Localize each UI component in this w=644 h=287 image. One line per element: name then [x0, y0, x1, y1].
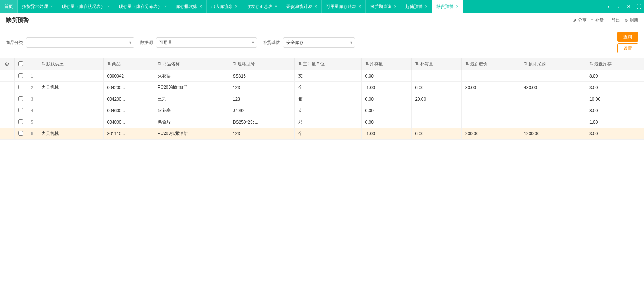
- tab-next-button[interactable]: ›: [614, 0, 624, 13]
- tab-label-10: 超储预警: [405, 4, 423, 10]
- table-row: 4004600...火花塞J7092支0.008.00: [0, 105, 644, 116]
- datasource-label: 数据源: [140, 40, 153, 46]
- cell-stock: 0.00: [361, 105, 412, 116]
- share-icon: ⇗: [573, 18, 576, 23]
- replenish-button[interactable]: □ 补货: [591, 17, 604, 23]
- row-checkbox[interactable]: [18, 119, 23, 124]
- row-checkbox[interactable]: [18, 131, 23, 136]
- cell-unit: 只: [294, 116, 361, 128]
- column-latest-price[interactable]: ⇅ 最新进价: [461, 58, 520, 70]
- tab-close-3[interactable]: ×: [164, 4, 167, 9]
- cell-unit: 支: [294, 70, 361, 82]
- tab-label-4: 库存批次账: [176, 4, 197, 10]
- tab-prev-button[interactable]: ‹: [604, 0, 614, 13]
- settings-button[interactable]: 设置: [617, 43, 638, 53]
- tab-item-8[interactable]: 可用量库存账本×: [322, 0, 366, 13]
- tab-item-11[interactable]: 缺货预警×: [432, 0, 463, 13]
- column-supplier[interactable]: ⇅ 默认供应...: [38, 58, 103, 70]
- tab-item-7[interactable]: 要货单统计表×: [282, 0, 322, 13]
- column-settings[interactable]: ⚙: [0, 58, 14, 70]
- column-product-code[interactable]: ⇅ 商品...: [103, 58, 154, 70]
- cell-product_code: 004200...: [103, 93, 154, 105]
- tab-label-9: 保质期查询: [370, 4, 392, 10]
- cell-product_code: 004200...: [103, 82, 154, 93]
- est-sort-icon: ⇅: [524, 61, 527, 66]
- query-button[interactable]: 查询: [617, 32, 638, 42]
- tab-item-0[interactable]: 首页: [0, 0, 18, 13]
- tab-item-5[interactable]: 出入库流水×: [207, 0, 242, 13]
- filter-actions: 查询 设置: [617, 32, 638, 53]
- cell-unit: 个: [294, 82, 361, 93]
- row-number: 6: [27, 128, 38, 140]
- select-all-checkbox[interactable]: [18, 61, 23, 66]
- category-select-wrapper: [26, 37, 134, 48]
- row-checkbox[interactable]: [18, 108, 23, 112]
- column-replenish-qty[interactable]: ⇅ 补货量: [412, 58, 462, 70]
- cell-product_name: 三九: [154, 93, 229, 105]
- cell-product_name: 离合片: [154, 116, 229, 128]
- replenish-icon: □: [591, 18, 593, 23]
- tab-maximize-button[interactable]: ⛶: [634, 0, 644, 13]
- header-actions: ⇗ 分享 □ 补货 ↑ 导出 ↺ 刷新: [573, 17, 638, 23]
- cell-product_code: 004800...: [103, 116, 154, 128]
- row-checkbox[interactable]: [18, 96, 23, 101]
- cell-estimated_purchase: [520, 70, 586, 82]
- column-unit[interactable]: ⇅ 主计量单位: [294, 58, 361, 70]
- table-row: 3004200...三九123箱0.0020.0010.00: [0, 93, 644, 105]
- cell-replenish_qty: 6.00: [412, 82, 462, 93]
- tab-label-8: 可用量库存账本: [326, 4, 356, 10]
- tab-close-2[interactable]: ×: [107, 4, 110, 9]
- table-row: 6力天机械801110...PC200张紧油缸123个-1.006.00200.…: [0, 128, 644, 140]
- row-checkbox[interactable]: [18, 73, 23, 78]
- replenish-base-label: 补货基数: [263, 40, 280, 46]
- row-settings-cell: [0, 82, 14, 93]
- row-checkbox-cell: [14, 128, 27, 140]
- tab-label-2: 现存量（库存状况表）: [62, 4, 105, 10]
- column-estimated-purchase[interactable]: ⇅ 预计采购...: [520, 58, 586, 70]
- tab-item-9[interactable]: 保质期查询×: [366, 0, 401, 13]
- tab-close-5[interactable]: ×: [235, 4, 238, 9]
- replenish-base-select[interactable]: 安全库存: [283, 37, 355, 48]
- tab-item-10[interactable]: 超储预警×: [401, 0, 432, 13]
- tab-close-10[interactable]: ×: [425, 4, 427, 9]
- tab-item-3[interactable]: 现存量（库存分布表）×: [114, 0, 171, 13]
- tab-label-6: 收发存汇总表: [247, 4, 273, 10]
- cell-latest_price: 200.00: [461, 128, 520, 140]
- share-button[interactable]: ⇗ 分享: [573, 17, 587, 23]
- row-settings-cell: [0, 70, 14, 82]
- cell-unit: 箱: [294, 93, 361, 105]
- category-select[interactable]: [26, 37, 134, 48]
- tab-restore-button[interactable]: ✕: [624, 0, 634, 13]
- column-stock[interactable]: ⇅ 库存量: [361, 58, 412, 70]
- export-button[interactable]: ↑ 导出: [608, 17, 620, 23]
- tab-close-9[interactable]: ×: [394, 4, 396, 9]
- datasource-select[interactable]: 可用量: [156, 37, 257, 48]
- page-header: 缺货预警 ⇗ 分享 □ 补货 ↑ 导出 ↺ 刷新: [0, 13, 644, 27]
- row-checkbox[interactable]: [18, 85, 23, 89]
- tab-item-1[interactable]: 拣货异常处理×: [18, 0, 57, 13]
- tab-item-2[interactable]: 现存量（库存状况表）×: [57, 0, 114, 13]
- refresh-button[interactable]: ↺ 刷新: [625, 17, 638, 23]
- cell-default_supplier: [38, 93, 103, 105]
- tab-close-8[interactable]: ×: [358, 4, 361, 9]
- tab-close-6[interactable]: ×: [275, 4, 277, 9]
- column-spec[interactable]: ⇅ 规格型号: [229, 58, 294, 70]
- tab-close-1[interactable]: ×: [50, 4, 53, 9]
- cell-product_code: 0000042: [103, 70, 154, 82]
- column-min-stock[interactable]: ⇅ 最低库存: [586, 58, 644, 70]
- min-sort-icon: ⇅: [589, 61, 593, 66]
- column-product-name[interactable]: ⇅ 商品名称: [154, 58, 229, 70]
- tab-item-6[interactable]: 收发存汇总表×: [242, 0, 282, 13]
- unit-sort-icon: ⇅: [298, 61, 302, 66]
- cell-stock: -1.00: [361, 82, 412, 93]
- page-title: 缺货预警: [6, 17, 573, 24]
- row-number: 2: [27, 82, 38, 93]
- tab-close-4[interactable]: ×: [200, 4, 202, 9]
- gear-icon[interactable]: ⚙: [5, 61, 9, 67]
- cell-stock: 0.00: [361, 70, 412, 82]
- tab-close-7[interactable]: ×: [314, 4, 317, 9]
- row-settings-cell: [0, 93, 14, 105]
- tab-item-4[interactable]: 库存批次账×: [171, 0, 207, 13]
- cell-spec: 123: [229, 128, 294, 140]
- tab-close-11[interactable]: ×: [456, 4, 458, 9]
